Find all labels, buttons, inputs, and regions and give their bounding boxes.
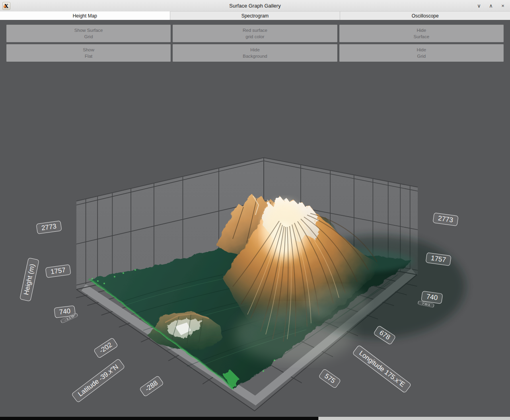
hide-grid-button[interactable]: Hide Grid: [339, 44, 504, 62]
app-window: X Surface Graph Gallery ∨ ∧ × Height Map…: [0, 0, 510, 420]
tab-height-map[interactable]: Height Map: [0, 11, 170, 20]
surface-plot-3d[interactable]: 2773 1757 740 Height (m) 2773 1757 740 -…: [0, 20, 510, 417]
maximize-button[interactable]: ∧: [487, 2, 495, 10]
minimize-button[interactable]: ∨: [475, 2, 483, 10]
show-surface-grid-button[interactable]: Show Surface Grid: [6, 25, 171, 42]
window-title: Surface Graph Gallery: [0, 3, 510, 9]
show-flat-button[interactable]: Show Flat: [6, 44, 171, 62]
tab-bar: Height Map Spectrogram Oscilloscope: [0, 11, 510, 20]
close-button[interactable]: ×: [499, 2, 507, 10]
content-area: 2773 1757 740 Height (m) 2773 1757 740 -…: [0, 20, 510, 417]
tab-spectrogram[interactable]: Spectrogram: [170, 11, 341, 20]
hide-surface-button[interactable]: Hide Surface: [339, 25, 504, 42]
toolbar: Show Surface Grid Red surface grid color…: [6, 25, 504, 62]
tab-oscilloscope[interactable]: Oscilloscope: [340, 11, 510, 20]
hide-background-button[interactable]: Hide Background: [173, 44, 337, 62]
title-bar: X Surface Graph Gallery ∨ ∧ ×: [0, 0, 510, 12]
surface-grid-color-button[interactable]: Red surface grid color: [173, 25, 337, 42]
taskbar-strip: [0, 417, 510, 420]
